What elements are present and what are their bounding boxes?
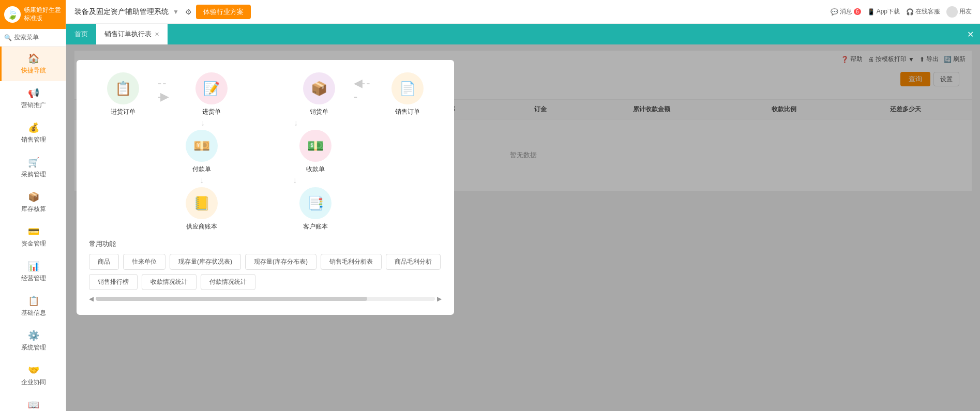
flow-node-customer-account[interactable]: 📑 客户账本 <box>279 187 352 231</box>
system-title: 装备及固定资产辅助管理系统 <box>74 7 169 17</box>
func-btn-3[interactable]: 现存量(库存分布表) <box>245 254 316 270</box>
topbar-actions: 💬 消息 6 📱 App下载 🎧 在线客服 用友 <box>831 6 972 18</box>
marketing-icon: 📢 <box>28 87 39 99</box>
sidebar-item-enterprise[interactable]: 🤝 企业协同 <box>0 358 66 393</box>
online-service-btn[interactable]: 🎧 在线客服 <box>906 7 940 16</box>
search-menu[interactable]: 🔍 搜索菜单 <box>0 29 66 47</box>
supplier-account-icon: 📒 <box>186 187 218 219</box>
main-content: 装备及固定资产辅助管理系统 ▼ ⚙ 体验行业方案 💬 消息 6 📱 App下载 … <box>66 0 980 411</box>
function-buttons: 商品 往来单位 现存量(库存状况表) 现存量(库存分布表) 销售毛利分析表 商品… <box>89 254 442 270</box>
service-icon: 🎧 <box>906 8 914 16</box>
flow-node-purchase-receipt[interactable]: 📝 进货单 <box>177 72 246 116</box>
flow-node-sales-order-doc[interactable]: 📄 销售订单 <box>373 72 442 116</box>
operation-icon: 📊 <box>28 261 39 272</box>
modal-scrollbar: ◀ ▶ <box>89 295 442 302</box>
dropdown-arrow[interactable]: ▼ <box>173 8 179 16</box>
tab-close-icon[interactable]: ✕ <box>155 31 159 38</box>
function-buttons-row2: 销售排行榜 收款情况统计 付款情况统计 <box>89 274 442 290</box>
experience-btn[interactable]: 体验行业方案 <box>196 5 251 19</box>
tab-home[interactable]: 首页 <box>66 24 96 44</box>
message-icon: 💬 <box>831 8 838 16</box>
sidebar-item-quick-nav[interactable]: 🏠 快捷导航 <box>0 47 66 81</box>
inventory-icon: 📦 <box>28 191 39 203</box>
common-functions-title: 常用功能 <box>89 239 442 249</box>
message-btn[interactable]: 💬 消息 6 <box>831 7 861 16</box>
purchase-icon: 🛒 <box>28 157 39 168</box>
payment-icon: 💴 <box>186 130 218 162</box>
flow-node-payment[interactable]: 💴 付款单 <box>165 130 238 174</box>
app-logo: 🍃 畅康通好生意 标准版 <box>0 0 66 29</box>
sales-order-icon: 📦 <box>303 72 335 104</box>
user-btn[interactable]: 用友 <box>946 6 972 18</box>
sidebar-item-inventory[interactable]: 📦 库存核算 <box>0 185 66 220</box>
scroll-right-arrow[interactable]: ▶ <box>437 295 442 302</box>
sidebar-item-basic-info[interactable]: 📋 基础信息 <box>0 289 66 324</box>
receipt-icon: 💵 <box>299 130 331 162</box>
flow-row-3: 📒 供应商账本 📑 客户账本 <box>89 187 442 231</box>
scrollbar-track[interactable] <box>96 297 435 301</box>
logo-icon: 🍃 <box>4 6 21 23</box>
tab-sales-order[interactable]: 销售订单执行表 ✕ <box>96 24 168 44</box>
sidebar-nav: 🏠 快捷导航 📢 营销推广 💰 销售管理 🛒 采购管理 📦 库存核算 💳 <box>0 47 66 411</box>
flow-node-supplier-account[interactable]: 📒 供应商账本 <box>165 187 238 231</box>
enterprise-icon: 🤝 <box>28 364 39 376</box>
tabbar-close-btn[interactable]: ✕ <box>967 29 974 39</box>
topbar-left: 装备及固定资产辅助管理系统 ▼ ⚙ 体验行业方案 <box>74 5 251 19</box>
topbar: 装备及固定资产辅助管理系统 ▼ ⚙ 体验行业方案 💬 消息 6 📱 App下载 … <box>66 0 980 24</box>
sales-icon: 💰 <box>28 122 39 133</box>
search-icon: 🔍 <box>4 34 12 41</box>
flow-node-receipt[interactable]: 💵 收款单 <box>279 130 352 174</box>
flow-row-2: 💴 付款单 💵 收款单 <box>89 130 442 174</box>
settings-icon[interactable]: ⚙ <box>185 8 192 16</box>
tabbar: 首页 销售订单执行表 ✕ ✕ <box>66 24 980 44</box>
sidebar: 🍃 畅康通好生意 标准版 🔍 搜索菜单 🏠 快捷导航 📢 营销推广 💰 销售管理 <box>0 0 66 411</box>
guide-icon: 📖 <box>28 399 39 410</box>
customer-account-icon: 📑 <box>299 187 331 219</box>
modal-box: 📋 进货订单 - - -▶ 📝 进 <box>77 60 454 315</box>
func-btn-2[interactable]: 现存量(库存状况表) <box>170 254 241 270</box>
flow-row-1: 📋 进货订单 - - -▶ 📝 进 <box>89 72 442 116</box>
arrow-h-1: - - -▶ <box>158 77 177 103</box>
scrollbar-thumb <box>96 297 367 301</box>
sidebar-item-purchase[interactable]: 🛒 采购管理 <box>0 150 66 185</box>
sales-order-doc-icon: 📄 <box>391 72 424 104</box>
modal-overlay[interactable]: 📋 进货订单 - - -▶ 📝 进 <box>66 44 980 411</box>
download-icon: 📱 <box>867 8 875 16</box>
scroll-left-arrow[interactable]: ◀ <box>89 295 94 302</box>
logo-text: 畅康通好生意 标准版 <box>24 6 61 22</box>
purchase-receipt-icon: 📝 <box>195 72 228 104</box>
system-icon: ⚙️ <box>28 330 39 341</box>
finance-icon: 💳 <box>28 226 39 237</box>
sidebar-item-marketing[interactable]: 📢 营销推广 <box>0 81 66 116</box>
home-icon: 🏠 <box>28 53 39 64</box>
func-btn-7[interactable]: 收款情况统计 <box>142 274 197 290</box>
flow-node-purchase-order[interactable]: 📋 进货订单 <box>89 72 158 116</box>
sidebar-item-operation[interactable]: 📊 经营管理 <box>0 254 66 289</box>
sidebar-item-finance[interactable]: 💳 资金管理 <box>0 220 66 254</box>
app-download-btn[interactable]: 📱 App下载 <box>867 7 900 16</box>
sidebar-item-system[interactable]: ⚙️ 系统管理 <box>0 324 66 358</box>
message-badge: 6 <box>854 8 861 15</box>
func-btn-8[interactable]: 付款情况统计 <box>201 274 255 290</box>
func-btn-5[interactable]: 商品毛利分析 <box>386 254 441 270</box>
func-btn-4[interactable]: 销售毛利分析表 <box>321 254 382 270</box>
avatar <box>946 6 958 18</box>
arrow-down-row-2: ↓ ↓ <box>89 176 442 185</box>
arrow-h-2: ◀- - - <box>354 77 373 103</box>
func-btn-6[interactable]: 销售排行榜 <box>89 274 138 290</box>
func-btn-1[interactable]: 往来单位 <box>123 254 165 270</box>
arrow-down-row: ↓ ↓ <box>89 118 442 128</box>
sidebar-item-guide[interactable]: 📖 新手引导 <box>0 393 66 411</box>
page-content: ❓ 帮助 🖨 按模板打印 ▼ ⬆ 导出 🔄 刷新 <box>66 44 980 411</box>
sidebar-item-sales[interactable]: 💰 销售管理 <box>0 116 66 150</box>
basic-info-icon: 📋 <box>28 295 39 307</box>
purchase-order-icon: 📋 <box>107 72 139 104</box>
common-functions: 常用功能 商品 往来单位 现存量(库存状况表) 现存量(库存分布表) 销售毛利分… <box>89 239 442 290</box>
func-btn-0[interactable]: 商品 <box>89 254 119 270</box>
flow-node-sales-order[interactable]: 📦 销货单 <box>285 72 354 116</box>
